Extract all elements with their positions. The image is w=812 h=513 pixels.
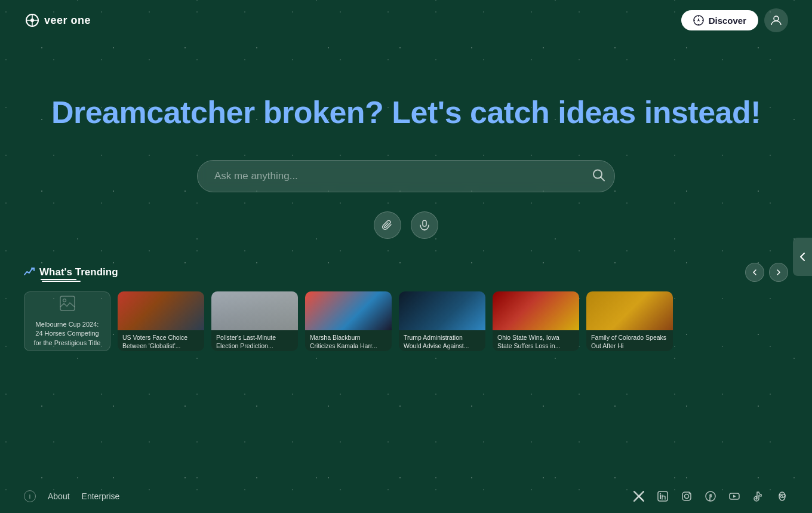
trending-cards: Melbourne Cup 2024: 24 Horses Competing … [24,291,788,351]
card-1-text: Melbourne Cup 2024: 24 Horses Competing … [32,320,103,348]
chevron-left-small-icon [752,269,757,276]
svg-rect-8 [60,296,75,311]
carousel-next[interactable] [769,263,788,282]
svg-marker-3 [697,18,700,21]
svg-point-4 [774,16,779,21]
trending-underline [42,281,81,282]
paperclip-icon [382,220,393,231]
svg-point-14 [685,494,689,499]
trending-header: What's Trending [24,263,788,282]
linkedin-icon[interactable] [657,490,669,502]
card-3-image [211,291,298,330]
svg-point-15 [689,493,690,494]
svg-point-16 [706,492,715,501]
search-icon [592,169,605,182]
discover-button[interactable]: Discover [681,10,758,30]
card-7-image [586,291,673,330]
svg-point-1 [30,19,34,22]
card-4-image [305,291,392,330]
trending-icon [24,267,35,278]
svg-rect-11 [660,495,661,499]
collapse-button[interactable] [793,238,812,276]
logo-icon [24,12,41,29]
navbar: veer one Discover [0,0,812,41]
svg-point-12 [660,493,661,494]
trending-card-2[interactable]: US Voters Face Choice Between 'Globalist… [118,291,204,351]
info-icon[interactable]: i [24,490,36,502]
account-icon [770,14,782,26]
footer-left: i About Enterprise [24,490,119,502]
account-button[interactable] [764,8,788,32]
trending-title-text: What's Trending [39,266,118,278]
card-2-label: US Voters Face Choice Between 'Globalist… [118,330,204,351]
hero-section: Dreamcatcher broken? Let's catch ideas i… [0,41,812,239]
attach-button[interactable] [374,211,401,239]
compass-icon [693,15,704,26]
card-2-image [118,291,204,330]
discover-label: Discover [709,16,746,26]
trending-card-1[interactable]: Melbourne Cup 2024: 24 Horses Competing … [24,291,110,351]
carousel-prev[interactable] [745,263,764,282]
svg-rect-6 [423,220,426,226]
enterprise-link[interactable]: Enterprise [82,492,120,501]
footer: i About Enterprise [0,480,812,513]
svg-point-9 [63,299,66,302]
card-3-label: Pollster's Last-Minute Election Predicti… [211,330,298,351]
trending-card-5[interactable]: Trump Administration Would Advise Agains… [399,291,485,351]
trending-title-row: What's Trending [24,266,118,278]
instagram-icon[interactable] [681,490,693,502]
microphone-icon [419,220,430,231]
microphone-button[interactable] [411,211,438,239]
action-buttons [374,211,438,239]
nav-right: Discover [681,8,788,32]
carousel-nav [745,263,788,282]
svg-marker-18 [733,495,736,498]
search-container [197,160,615,192]
chevron-left-icon [799,252,805,262]
card-5-label: Trump Administration Would Advise Agains… [399,330,485,351]
trending-card-7[interactable]: Family of Colorado Speaks Out After Hi [586,291,673,351]
chevron-right-small-icon [776,269,781,276]
trending-card-6[interactable]: Ohio State Wins, Iowa State Suffers Loss… [493,291,579,351]
trending-card-3[interactable]: Pollster's Last-Minute Election Predicti… [211,291,298,351]
card-7-label: Family of Colorado Speaks Out After Hi [586,330,673,351]
trending-card-4[interactable]: Marsha Blackburn Criticizes Kamala Harr.… [305,291,392,351]
about-link[interactable]: About [48,492,70,501]
tiktok-icon[interactable] [752,490,764,502]
trending-section: What's Trending [24,263,788,351]
logo-text: veer one [44,14,91,27]
logo: veer one [24,12,91,29]
card-4-label: Marsha Blackburn Criticizes Kamala Harr.… [305,330,392,351]
youtube-icon[interactable] [728,490,740,502]
card-6-label: Ohio State Wins, Iowa State Suffers Loss… [493,330,579,351]
threads-icon[interactable] [776,490,788,502]
facebook-icon[interactable] [705,490,716,502]
image-placeholder-icon [59,295,76,315]
search-input[interactable] [197,160,615,192]
hero-title: Dreamcatcher broken? Let's catch ideas i… [51,94,761,130]
card-6-image [493,291,579,330]
twitter-x-icon[interactable] [633,490,645,502]
social-links [633,490,788,502]
card-5-image [399,291,485,330]
search-button[interactable] [592,169,605,184]
